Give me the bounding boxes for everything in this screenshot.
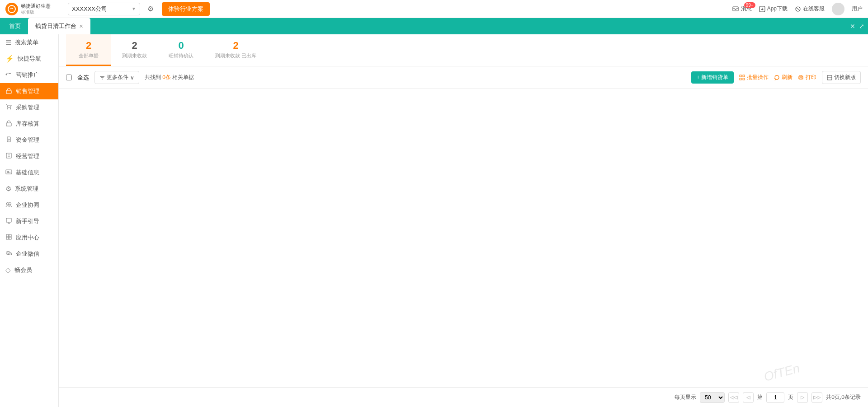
more-filters-button[interactable]: 更多条件 ∨ — [94, 71, 139, 84]
svg-rect-35 — [743, 75, 745, 77]
next-page-button[interactable]: ▷ — [797, 392, 808, 403]
logo-text: 畅捷通好生意 标准版 — [21, 3, 51, 15]
svg-rect-26 — [9, 237, 11, 239]
sidebar-label-wechat: 企业微信 — [16, 250, 39, 258]
sidebar-item-cooperation[interactable]: 企业协同 — [0, 197, 58, 213]
header-right: 消息 99+ App下载 在线客服 用户 — [732, 3, 863, 15]
select-all-checkbox[interactable] — [66, 75, 72, 80]
stat-overdue-shipped-number: 2 — [233, 40, 238, 51]
message-action[interactable]: 消息 99+ — [732, 5, 752, 13]
add-sale-order-button[interactable]: + 新增销货单 — [691, 71, 734, 84]
marketing-icon — [5, 71, 12, 79]
company-selector[interactable]: XXXXXX公司 ▼ — [68, 3, 140, 15]
sidebar-item-member[interactable]: ◇ 畅会员 — [0, 262, 58, 278]
finance-icon — [5, 136, 12, 144]
sidebar-item-finance[interactable]: 资金管理 — [0, 132, 58, 148]
batch-operation-button[interactable]: 批量操作 — [739, 74, 769, 81]
sidebar-item-purchase[interactable]: 采购管理 — [0, 99, 58, 116]
sidebar-item-app-center[interactable]: 应用中心 — [0, 229, 58, 246]
print-button[interactable]: 打印 — [798, 74, 816, 81]
sidebar-item-newbie[interactable]: 新手引导 — [0, 213, 58, 229]
page-size-select[interactable]: 50 100 200 — [700, 392, 725, 403]
svg-rect-9 — [7, 137, 10, 142]
search-menu-icon: ☰ — [5, 38, 11, 47]
tab-bar: 首页 钱货日清工作台 ✕ ✕ ⤢ — [0, 18, 868, 34]
sidebar-item-operations[interactable]: 经营管理 — [0, 148, 58, 164]
page-input[interactable] — [766, 392, 784, 403]
stat-overdue-shipped-label: 到期未收款 已出库 — [215, 52, 256, 59]
svg-point-6 — [7, 108, 8, 109]
company-name: XXXXXX公司 — [72, 5, 130, 13]
tab-expand-icon[interactable]: ⤢ — [859, 23, 864, 30]
message-badge: 99+ — [744, 2, 755, 8]
svg-point-19 — [9, 203, 11, 205]
last-page-button[interactable]: ▷▷ — [811, 392, 822, 403]
stat-tab-overdue-shipped[interactable]: 2 到期未收款 已出库 — [204, 34, 267, 66]
avatar[interactable] — [832, 3, 844, 15]
tab-close-window-icon[interactable]: ✕ — [850, 23, 855, 30]
stat-overdue-number: 2 — [132, 40, 137, 51]
toolbar: 全选 更多条件 ∨ 共找到 0条 相关单据 + 新增销货单 批量操作 — [59, 66, 868, 89]
select-all-label: 全选 — [77, 74, 89, 82]
svg-point-0 — [8, 5, 15, 13]
svg-rect-37 — [743, 78, 745, 80]
sidebar-label-marketing: 营销推广 — [16, 71, 39, 79]
refresh-button[interactable]: 刷新 — [774, 74, 793, 81]
svg-point-4 — [6, 74, 7, 75]
content-area: 2 全部单据 2 到期未收款 0 旺铺待确认 2 到期未收款 已出库 全选 更多… — [59, 34, 868, 407]
main-layout: ☰ 搜索菜单 ⚡ 快捷导航 营销推广 销售管理 采购管理 — [0, 34, 868, 407]
sidebar-item-quick-nav[interactable]: ⚡ 快捷导航 — [0, 51, 58, 67]
svg-rect-36 — [740, 78, 741, 80]
more-filters-label: 更多条件 — [107, 74, 128, 81]
sidebar-label-purchase: 采购管理 — [16, 103, 39, 112]
switch-version-button[interactable]: 切换新版 — [822, 71, 861, 84]
svg-rect-39 — [800, 78, 802, 79]
app-download-label: App下载 — [767, 5, 788, 13]
sidebar-item-wechat[interactable]: 企业微信 — [0, 246, 58, 262]
found-count: 0条 — [162, 74, 171, 80]
sidebar: ☰ 搜索菜单 ⚡ 快捷导航 营销推广 销售管理 采购管理 — [0, 34, 59, 407]
sidebar-item-system[interactable]: ⚙ 系统管理 — [0, 181, 58, 197]
sidebar-item-inventory[interactable]: 库存核算 — [0, 116, 58, 132]
sidebar-label-cooperation: 企业协同 — [16, 201, 39, 209]
member-icon: ◇ — [5, 266, 11, 274]
tab-home[interactable]: 首页 — [2, 18, 28, 34]
sidebar-label-search-menu: 搜索菜单 — [15, 38, 38, 47]
sidebar-label-inventory: 库存核算 — [16, 120, 39, 128]
newbie-icon — [5, 217, 12, 225]
batch-label: 批量操作 — [747, 74, 769, 81]
sidebar-label-member: 畅会员 — [14, 266, 32, 274]
svg-rect-5 — [6, 90, 11, 94]
sidebar-item-marketing[interactable]: 营销推广 — [0, 67, 58, 83]
sidebar-item-search-menu[interactable]: ☰ 搜索菜单 — [0, 34, 58, 51]
app-download-action[interactable]: App下载 — [759, 5, 788, 13]
sidebar-label-operations: 经营管理 — [16, 152, 39, 160]
stat-tab-overdue[interactable]: 2 到期未收款 — [111, 34, 158, 66]
switch-label: 切换新版 — [834, 74, 856, 81]
sidebar-label-basic-info: 基础信息 — [16, 168, 39, 177]
svg-rect-8 — [6, 123, 11, 126]
svg-rect-24 — [9, 234, 11, 237]
svg-rect-1 — [733, 7, 738, 11]
tab-work-bench[interactable]: 钱货日清工作台 ✕ — [28, 18, 90, 34]
settings-icon[interactable]: ⚙ — [144, 2, 157, 16]
operations-icon — [5, 152, 12, 160]
stat-tab-pending[interactable]: 0 旺铺待确认 — [158, 34, 204, 66]
prev-page-button[interactable]: ◁ — [743, 392, 754, 403]
stat-overdue-label: 到期未收款 — [122, 52, 147, 59]
tab-close-icon[interactable]: ✕ — [79, 23, 83, 29]
app-center-icon — [5, 234, 12, 242]
print-icon — [798, 75, 804, 80]
page-size-label: 每页显示 — [675, 393, 696, 401]
sidebar-item-sales[interactable]: 销售管理 — [0, 83, 58, 99]
tab-bar-actions: ✕ ⤢ — [850, 23, 868, 30]
stat-tab-all[interactable]: 2 全部单据 — [66, 34, 111, 66]
sidebar-label-quick-nav: 快捷导航 — [18, 55, 41, 63]
page-of-label: 页 — [788, 393, 793, 401]
trial-button[interactable]: 体验行业方案 — [162, 2, 210, 16]
online-service-action[interactable]: 在线客服 — [795, 5, 825, 13]
first-page-button[interactable]: ◁◁ — [728, 392, 739, 403]
svg-point-18 — [7, 203, 9, 205]
sidebar-item-basic-info[interactable]: 基础信息 — [0, 164, 58, 181]
svg-point-28 — [7, 253, 8, 253]
